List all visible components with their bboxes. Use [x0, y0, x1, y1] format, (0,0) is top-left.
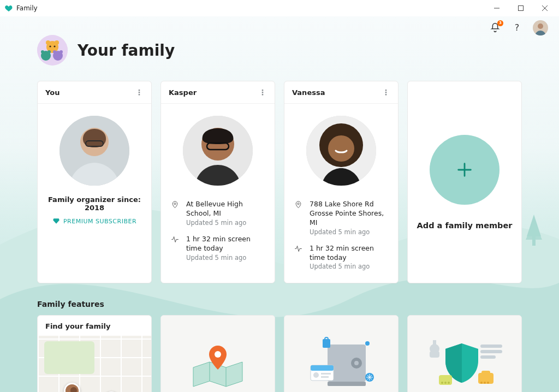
svg-rect-34 — [328, 382, 366, 386]
svg-point-57 — [487, 382, 489, 384]
feature-card-find-family[interactable]: Find your family — [37, 315, 152, 392]
location-row: 788 Lake Shore Rd Grosse Pointe Shores, … — [293, 197, 389, 241]
svg-point-8 — [49, 45, 51, 47]
account-avatar-button[interactable] — [533, 20, 548, 35]
window-title: Family — [16, 4, 38, 12]
svg-rect-41 — [321, 376, 329, 378]
notifications-button[interactable]: 3 — [489, 22, 501, 34]
svg-point-26 — [328, 135, 354, 162]
feature-card-safety[interactable] — [284, 315, 399, 392]
map-preview — [38, 336, 151, 392]
window-titlebar: Family — [0, 0, 559, 16]
svg-point-56 — [484, 382, 486, 384]
svg-point-36 — [354, 361, 359, 365]
svg-point-3 — [538, 23, 543, 29]
svg-point-14 — [53, 50, 56, 54]
location-icon — [293, 200, 303, 236]
member-avatar — [60, 116, 129, 186]
card-menu-button[interactable]: ⋮ — [259, 88, 267, 97]
location-icon — [170, 200, 180, 227]
member-avatar — [183, 116, 253, 186]
svg-point-44 — [365, 341, 370, 346]
feature-illustration — [408, 316, 521, 392]
svg-point-6 — [46, 40, 50, 45]
help-icon: ? — [515, 22, 520, 33]
feature-illustration — [284, 316, 398, 392]
svg-rect-47 — [430, 351, 439, 358]
add-circle — [430, 135, 499, 205]
svg-point-60 — [444, 382, 447, 384]
family-logo — [37, 35, 68, 66]
diamond-icon — [52, 217, 60, 225]
svg-rect-0 — [519, 6, 524, 11]
svg-point-12 — [47, 50, 51, 54]
premium-badge: PREMIUM SUBSCRIBER — [52, 217, 136, 225]
card-menu-button[interactable]: ⋮ — [135, 88, 144, 97]
svg-point-55 — [480, 382, 483, 384]
svg-point-23 — [174, 203, 175, 205]
card-menu-button[interactable]: ⋮ — [382, 88, 390, 97]
svg-point-11 — [41, 50, 44, 54]
member-name: You — [45, 88, 60, 97]
plus-icon — [455, 161, 474, 179]
member-name: Kasper — [169, 88, 197, 97]
app-icon — [4, 4, 13, 13]
add-member-label: Add a family member — [417, 221, 513, 230]
svg-point-15 — [60, 50, 63, 54]
feature-card-protection[interactable] — [407, 315, 522, 392]
member-card-vanessa[interactable]: Vanessa ⋮ 788 Lake Shore Rd Grosse Point… — [284, 81, 399, 283]
svg-rect-40 — [321, 373, 331, 375]
member-card-kasper[interactable]: Kasper ⋮ At Bellevue High School, MI Upd… — [160, 81, 275, 283]
svg-point-61 — [448, 382, 450, 384]
page-title: Your family — [78, 41, 175, 60]
svg-rect-38 — [311, 365, 334, 371]
svg-point-39 — [313, 372, 319, 378]
features-heading: Family features — [37, 300, 522, 308]
help-button[interactable]: ? — [511, 22, 523, 34]
activity-icon — [293, 244, 303, 271]
feature-card-location[interactable] — [160, 315, 275, 392]
screentime-row: 1 hr 32 min screen time today Updated 5 … — [293, 241, 389, 276]
svg-rect-49 — [433, 340, 436, 346]
svg-rect-51 — [480, 350, 502, 353]
svg-rect-50 — [480, 345, 502, 348]
window-maximize-button[interactable] — [509, 0, 533, 16]
window-minimize-button[interactable] — [485, 0, 509, 16]
page-header: Your family — [37, 35, 522, 66]
screentime-row: 1 hr 32 min screen time today Updated 5 … — [170, 231, 266, 266]
member-avatar — [306, 116, 376, 186]
svg-point-9 — [53, 45, 55, 47]
feature-illustration — [161, 316, 275, 392]
member-role: Family organizer since: 2018 — [46, 195, 142, 212]
notifications-badge: 3 — [497, 20, 503, 26]
location-row: At Bellevue High School, MI Updated 5 mi… — [170, 197, 266, 231]
svg-point-32 — [215, 351, 221, 358]
member-name: Vanessa — [292, 88, 325, 97]
feature-title: Find your family — [38, 316, 151, 336]
svg-rect-54 — [481, 371, 490, 376]
window-close-button[interactable] — [533, 0, 557, 16]
member-card-you[interactable]: You ⋮ Family organizer since: 2018 PREMI… — [37, 81, 152, 283]
add-member-card[interactable]: Add a family member — [407, 81, 522, 283]
activity-icon — [170, 235, 180, 262]
svg-rect-52 — [480, 355, 496, 359]
svg-point-7 — [55, 40, 59, 45]
map-pin-member — [64, 383, 80, 392]
svg-point-59 — [441, 382, 443, 384]
svg-point-27 — [297, 203, 299, 205]
